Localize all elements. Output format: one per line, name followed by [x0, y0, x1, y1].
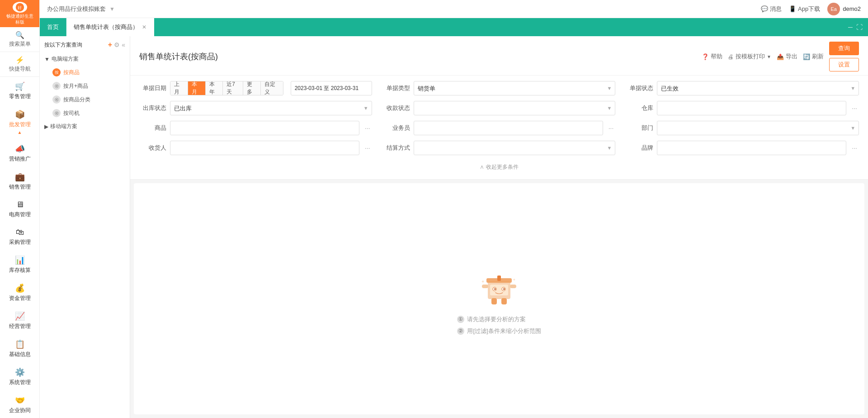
filter-brand-field: 品牌 ··· — [626, 141, 859, 155]
salesman-input[interactable] — [414, 121, 603, 135]
product-ellipsis-btn[interactable]: ··· — [363, 124, 372, 132]
filter-area: 单据日期 上月 本月 本年 近7天 更多 自定义 单据类型 — [130, 76, 868, 180]
sidebar-item-marketing[interactable]: 📣 营销推广 — [0, 139, 39, 167]
status-select[interactable]: 已生效 — [657, 81, 859, 95]
sidebar-item-enterprise[interactable]: 🤝 企业协同 — [0, 391, 39, 418]
minimize-icon[interactable]: ─ — [848, 24, 853, 31]
refresh-label: 刷新 — [812, 52, 824, 61]
date-shortcut-more[interactable]: 更多 — [243, 81, 261, 95]
top-header-right: 💬 消息 📱 App下载 Ea demo2 — [761, 3, 861, 15]
purchase-label: 采购管理 — [9, 238, 31, 246]
message-icon: 💬 — [761, 5, 768, 12]
date-shortcut-7days[interactable]: 近7天 — [223, 81, 243, 95]
app-download-icon: 📱 — [789, 5, 796, 12]
tab-stats[interactable]: 销售单统计表（按商品） ✕ — [66, 18, 154, 36]
help-label: 帮助 — [711, 52, 722, 61]
export-btn[interactable]: 📤 导出 — [777, 52, 797, 61]
username-label: demo2 — [843, 5, 861, 12]
product-input[interactable] — [170, 121, 359, 135]
sidebar-item-sales[interactable]: 💼 销售管理 — [0, 167, 39, 195]
tab-close-icon[interactable]: ✕ — [142, 24, 146, 30]
brand-input[interactable] — [657, 141, 846, 155]
sidebar-item-finance[interactable]: 💰 资金管理 — [0, 279, 39, 307]
receiver-input[interactable] — [170, 141, 359, 155]
filter-product-field: 商品 ··· — [139, 121, 372, 135]
by-warehouse-icon: ㊗ — [52, 109, 61, 117]
receiptstatus-select[interactable] — [414, 101, 616, 115]
sidebar-item-wholesale[interactable]: 📦 批发管理 ▲ — [0, 105, 39, 139]
tip-2-text: 用[过滤]条件来缩小分析范围 — [467, 327, 541, 335]
dropdown-arrow-icon[interactable]: ▼ — [109, 6, 115, 12]
scheme-group-desktop-header[interactable]: ▼ 电脑端方案 — [40, 52, 130, 66]
sidebar-item-ecommerce[interactable]: 🖥 电商管理 — [0, 195, 39, 223]
settings-scheme-btn[interactable]: ⚙ — [114, 41, 120, 48]
filter-receiptstatus-field: 收款状态 ▼ — [383, 101, 616, 115]
filter-receiver-field: 收货人 ··· — [139, 141, 372, 155]
app-download-btn[interactable]: 📱 App下载 — [789, 5, 820, 13]
sidebar-item-operation[interactable]: 📈 经营管理 — [0, 307, 39, 335]
page-content: 按以下方案查询 + ⚙ « ▼ 电脑端方案 按 按商品 — [40, 36, 868, 418]
paymethod-select-wrap: ▼ — [414, 141, 616, 155]
tab-home[interactable]: 首页 — [40, 18, 66, 36]
collapse-scheme-btn[interactable]: « — [122, 41, 125, 48]
scheme-item-by-month-product[interactable]: ㊗ 按月+商品 — [40, 79, 130, 93]
marketing-icon: 📣 — [15, 144, 25, 154]
dept-select-wrap: ▼ — [657, 121, 859, 135]
by-month-product-label: 按月+商品 — [63, 82, 88, 90]
scheme-group-mobile-header[interactable]: ▶ 移动端方案 — [40, 120, 130, 133]
ecommerce-label: 电商管理 — [9, 211, 31, 218]
maximize-icon[interactable]: ⛶ — [856, 24, 863, 31]
template-print-btn[interactable]: 🖨 按模板打印 ▼ — [728, 52, 771, 61]
warehouse-input[interactable] — [657, 101, 846, 115]
scheme-item-by-product[interactable]: 按 按商品 — [40, 66, 130, 79]
filter-salesman-field: 业务员 ··· — [383, 121, 616, 135]
paymethod-select[interactable] — [414, 141, 616, 155]
outstatus-select[interactable]: 已出库 — [170, 101, 372, 115]
svg-text:✦: ✦ — [513, 278, 516, 282]
ecommerce-icon: 🖥 — [16, 200, 24, 209]
sidebar-item-inventory[interactable]: 📊 库存核算 — [0, 251, 39, 279]
empty-state: ✦ ✦ ① 请先选择要分析的方案 ② 用[过滤]条件来缩小分析范围 — [457, 263, 541, 335]
brand-ellipsis-btn[interactable]: ··· — [850, 144, 859, 152]
sidebar-item-basic[interactable]: 📋 基础信息 — [0, 335, 39, 363]
status-select-wrap: 已生效 ▼ — [657, 81, 859, 95]
enterprise-icon: 🤝 — [15, 395, 25, 405]
type-select[interactable]: 销货单 — [414, 81, 616, 95]
user-menu[interactable]: Ea demo2 — [827, 3, 861, 15]
sidebar-quicknav[interactable]: ⚡ 快捷导航 — [0, 52, 39, 77]
receiver-ellipsis-btn[interactable]: ··· — [363, 144, 372, 152]
date-shortcut-last-month[interactable]: 上月 — [170, 81, 188, 95]
tip-num-1: ① — [457, 316, 464, 323]
svg-text:好: 好 — [17, 5, 21, 10]
salesman-ellipsis-btn[interactable]: ··· — [607, 124, 616, 132]
filter-row-2: 出库状态 已出库 ▼ 收款状态 — [139, 101, 859, 115]
query-button[interactable]: 查询 — [829, 42, 859, 55]
wholesale-icon: 📦 — [15, 109, 25, 119]
date-shortcut-custom[interactable]: 自定义 — [261, 81, 283, 95]
sidebar-item-system[interactable]: ⚙️ 系统管理 — [0, 363, 39, 391]
warehouse-ellipsis-btn[interactable]: ··· — [850, 104, 859, 112]
main-area: 办公用品行业模拟账套 ▼ 💬 消息 📱 App下载 Ea demo2 首页 — [40, 0, 868, 418]
date-range-input[interactable] — [291, 81, 372, 95]
dept-select[interactable] — [657, 121, 859, 135]
receiptstatus-label: 收款状态 — [383, 104, 410, 112]
collapse-label: ∧ 收起更多条件 — [480, 164, 518, 170]
type-field-label: 单据类型 — [383, 84, 410, 92]
scheme-item-by-warehouse[interactable]: ㊗ 按司机 — [40, 106, 130, 120]
export-label: 导出 — [786, 52, 797, 61]
add-scheme-btn[interactable]: + — [108, 41, 112, 49]
receiver-label: 收货人 — [139, 144, 166, 152]
scheme-item-by-category[interactable]: ㊗ 按商品分类 — [40, 93, 130, 106]
message-btn[interactable]: 💬 消息 — [761, 5, 782, 13]
avatar: Ea — [827, 3, 840, 15]
settings-button[interactable]: 设置 — [829, 58, 859, 71]
date-shortcut-this-year[interactable]: 本年 — [206, 81, 223, 95]
sidebar-item-purchase[interactable]: 🛍 采购管理 — [0, 223, 39, 251]
sidebar-search[interactable]: 🔍 搜索菜单 — [0, 27, 39, 52]
date-shortcut-this-month[interactable]: 本月 — [188, 81, 206, 95]
filter-collapse-bar[interactable]: ∧ 收起更多条件 — [139, 161, 859, 174]
refresh-btn[interactable]: 🔄 刷新 — [803, 52, 824, 61]
help-btn[interactable]: ❓ 帮助 — [702, 52, 722, 61]
right-panel: 销售单统计表(按商品) ❓ 帮助 🖨 按模板打印 ▼ 📤 — [130, 36, 868, 418]
sidebar-item-retail[interactable]: 🛒 零售管理 — [0, 77, 39, 105]
